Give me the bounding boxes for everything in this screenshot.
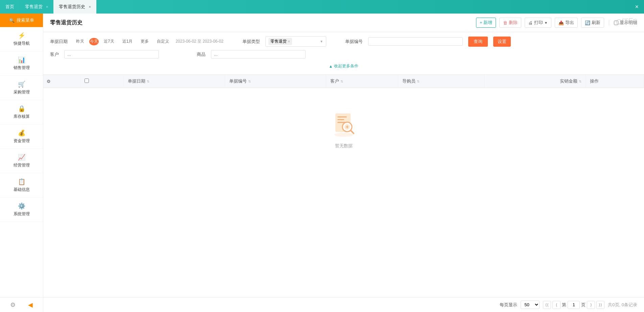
- page-title: 零售退货历史: [50, 19, 82, 26]
- table-date-th: 单据日期 ⇅: [123, 75, 225, 88]
- last-page-btn[interactable]: ⟩⟩: [596, 301, 604, 309]
- page-input[interactable]: [568, 301, 580, 309]
- tab-retail-return-history-close[interactable]: ×: [89, 5, 91, 9]
- sidebar-item-operations[interactable]: 📈 经营管理: [0, 149, 43, 173]
- date-col-label: 单据日期: [128, 78, 145, 84]
- purchase-mgmt-icon: 🛒: [18, 81, 25, 88]
- guide-sort[interactable]: 导购员 ⇅: [402, 78, 480, 84]
- setting-button[interactable]: 设置: [493, 37, 511, 47]
- filter-area: 单据日期 昨天 今天 近7天 近1月 更多 自定义 2023-06-02 至 2…: [43, 32, 644, 75]
- export-button[interactable]: 📤 导出: [555, 18, 578, 28]
- sidebar-item-purchase-mgmt-label: 采购管理: [14, 89, 30, 95]
- customer-sort[interactable]: 客户 ⇅: [330, 78, 393, 84]
- select-all-checkbox[interactable]: [85, 79, 89, 83]
- goods-filter-label: 商品: [197, 51, 206, 58]
- prev-page-btn[interactable]: ⟨: [552, 301, 560, 309]
- sidebar: 🔍 搜索菜单 ⚡ 快捷导航 📊 销售管理 🛒 采购管理 🔒 库存核算 💰: [0, 14, 43, 312]
- refresh-icon: 🔄: [585, 20, 590, 25]
- sidebar-item-purchase-mgmt[interactable]: 🛒 采购管理: [0, 76, 43, 100]
- display-detail-checkbox[interactable]: [614, 21, 618, 25]
- date-yesterday-btn[interactable]: 昨天: [73, 38, 87, 45]
- customer-filter-label: 客户: [50, 51, 59, 58]
- svg-rect-3: [337, 119, 344, 120]
- export-icon: 📤: [558, 20, 564, 25]
- sidebar-item-base-info[interactable]: 📋 基础信息: [0, 173, 43, 198]
- table-settings-th[interactable]: ⚙: [43, 75, 80, 88]
- sidebar-search[interactable]: 🔍 搜索菜单: [0, 14, 43, 27]
- voucher-sort[interactable]: 单据编号 ⇅: [229, 78, 322, 84]
- page-header: 零售退货历史 + 新增 🗑 删除 🖨 打印 ▼ 📤 导出 🔄: [43, 14, 644, 32]
- delete-icon: 🗑: [503, 20, 507, 25]
- sidebar-item-sales-mgmt[interactable]: 📊 销售管理: [0, 51, 43, 76]
- type-tag: 零售退货 ×: [268, 38, 292, 45]
- content-area: 零售退货历史 + 新增 🗑 删除 🖨 打印 ▼ 📤 导出 🔄: [43, 14, 644, 312]
- amount-col-label: 实销金额: [560, 78, 577, 84]
- sidebar-item-operations-label: 经营管理: [14, 162, 30, 168]
- next-page-btn[interactable]: ⟩: [587, 301, 595, 309]
- sidebar-search-label: 搜索菜单: [17, 17, 34, 23]
- quick-nav-icon: ⚡: [18, 32, 25, 39]
- sidebar-menu: ⚡ 快捷导航 📊 销售管理 🛒 采购管理 🔒 库存核算 💰 资金管理 📈: [0, 27, 43, 297]
- voucher-sort-icon: ⇅: [248, 80, 251, 83]
- type-tag-close[interactable]: ×: [288, 40, 290, 43]
- voucher-input[interactable]: [368, 37, 463, 46]
- page-size-select: 10 20 50 100: [521, 300, 540, 309]
- goods-input[interactable]: [211, 50, 306, 59]
- refresh-button[interactable]: 🔄 刷新: [581, 18, 604, 28]
- svg-rect-2: [337, 116, 347, 117]
- page-size-dropdown[interactable]: 10 20 50 100: [521, 300, 540, 309]
- date-7days-btn[interactable]: 近7天: [101, 38, 117, 45]
- top-bar-right: ×: [635, 3, 644, 10]
- finance-icon: 💰: [18, 129, 25, 137]
- date-range-display: 2023-06-02 至 2023-06-02: [175, 39, 223, 44]
- table-area: ⚙ 单据日期 ⇅ 单据编号 ⇅: [43, 75, 644, 312]
- query-button[interactable]: 查询: [468, 37, 488, 47]
- table-checkbox-th[interactable]: [80, 75, 123, 88]
- page-word: 页: [581, 302, 586, 308]
- customer-input[interactable]: [64, 50, 159, 59]
- tab-home[interactable]: 首页: [0, 0, 20, 14]
- date-1month-btn[interactable]: 近1月: [119, 38, 136, 45]
- sidebar-item-finance[interactable]: 💰 资金管理: [0, 125, 43, 149]
- sidebar-item-system-mgmt[interactable]: ⚙️ 系统管理: [0, 198, 43, 222]
- top-bar: 首页 零售退货 × 零售退货历史 × ×: [0, 0, 644, 14]
- voucher-col-label: 单据编号: [229, 78, 247, 84]
- tab-retail-return[interactable]: 零售退货 ×: [20, 0, 53, 14]
- inventory-icon: 🔒: [18, 105, 25, 112]
- sidebar-item-finance-label: 资金管理: [14, 138, 30, 144]
- date-filter-label: 单据日期: [50, 39, 68, 45]
- collapse-bar[interactable]: ▲ 收起更多条件: [50, 62, 637, 70]
- tab-retail-return-history[interactable]: 零售退货历史 ×: [53, 0, 96, 14]
- date-today-btn[interactable]: 今天: [89, 38, 99, 45]
- window-close-icon[interactable]: ×: [635, 3, 639, 10]
- new-button[interactable]: + 新增: [476, 18, 496, 28]
- table-guide-th: 导购员 ⇅: [398, 75, 484, 88]
- table-header-row: ⚙ 单据日期 ⇅ 单据编号 ⇅: [43, 75, 644, 88]
- tab-retail-return-close[interactable]: ×: [46, 5, 48, 9]
- svg-line-6: [351, 130, 354, 133]
- print-button[interactable]: 🖨 打印 ▼: [525, 18, 551, 28]
- display-detail-checkbox-label[interactable]: 显示明细: [614, 20, 637, 26]
- collapse-sidebar-icon[interactable]: ◀: [28, 301, 33, 309]
- print-dropdown-icon: ▼: [544, 21, 548, 25]
- sidebar-item-inventory[interactable]: 🔒 库存核算: [0, 100, 43, 125]
- sidebar-item-sales-mgmt-label: 销售管理: [14, 65, 30, 71]
- first-page-btn[interactable]: ⟨⟨: [543, 301, 551, 309]
- settings-bottom-icon[interactable]: ⚙: [10, 301, 16, 309]
- pagination-bar: 每页显示 10 20 50 100 ⟨⟨ ⟨ 第 页 ⟩ ⟩⟩: [43, 297, 644, 312]
- type-filter-label: 单据类型: [242, 39, 260, 45]
- display-detail-label: 显示明细: [620, 20, 637, 26]
- table-container: ⚙ 单据日期 ⇅ 单据编号 ⇅: [43, 75, 644, 297]
- amount-sort[interactable]: 实销金额 ⇅: [488, 78, 581, 84]
- sidebar-item-quick-nav[interactable]: ⚡ 快捷导航: [0, 27, 43, 51]
- date-sort-icon: ⇅: [147, 80, 149, 83]
- type-tag-label: 零售退货: [270, 39, 287, 44]
- page-size-label: 每页显示: [500, 302, 517, 308]
- operations-icon: 📈: [18, 154, 25, 161]
- date-more-btn[interactable]: 更多: [138, 38, 152, 45]
- date-sort[interactable]: 单据日期 ⇅: [128, 78, 221, 84]
- type-select[interactable]: 零售退货 × ▼: [265, 36, 326, 47]
- delete-button[interactable]: 🗑 删除: [499, 18, 521, 28]
- voucher-filter-label: 单据编号: [345, 39, 363, 45]
- date-custom-btn[interactable]: 自定义: [154, 38, 172, 45]
